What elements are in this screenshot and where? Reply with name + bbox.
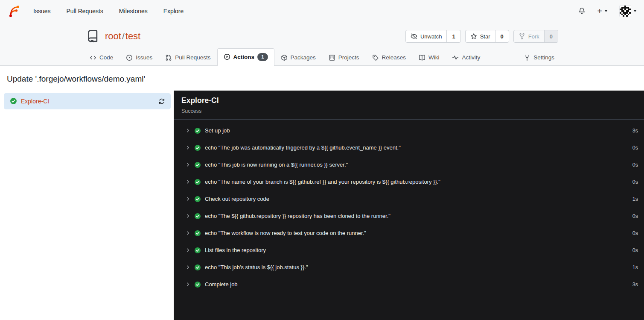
create-new-button[interactable]: +: [597, 7, 608, 15]
step-name: echo "This job's status is ${{ job.statu…: [205, 264, 308, 270]
package-icon: [281, 54, 288, 61]
job-item-explore-ci[interactable]: Explore-CI: [4, 93, 171, 109]
step-name: List files in the repository: [205, 247, 266, 253]
job-steps-list: Set up job 3s echo "The job was automati…: [174, 120, 644, 293]
job-log-header: Explore-CI Success: [174, 91, 644, 120]
job-log-panel: Explore-CI Success Set up job 3s echo "T…: [174, 91, 644, 320]
tab-releases[interactable]: Releases: [366, 50, 412, 66]
step-name: echo "This job is now running on a ${{ r…: [205, 161, 348, 168]
tab-code[interactable]: Code: [83, 50, 119, 66]
chevron-down-icon: [633, 10, 637, 12]
pulse-icon: [452, 54, 459, 61]
navbar-item-explore[interactable]: Explore: [163, 8, 184, 15]
repo-book-icon: [86, 29, 99, 43]
user-menu[interactable]: [619, 5, 637, 17]
star-count[interactable]: 0: [495, 30, 509, 42]
plus-icon: +: [597, 7, 602, 15]
success-check-icon: [194, 213, 201, 220]
tab-actions[interactable]: Actions 1: [217, 48, 274, 66]
book-icon: [419, 54, 425, 61]
step-duration: 0s: [632, 145, 638, 151]
step-name: Set up job: [205, 127, 230, 134]
step-duration: 0s: [632, 213, 638, 219]
step-name: echo "The name of your branch is ${{ git…: [205, 179, 440, 185]
tab-wiki[interactable]: Wiki: [412, 50, 446, 66]
navbar-item-pull-requests[interactable]: Pull Requests: [66, 8, 103, 15]
job-name: Explore-CI: [21, 98, 49, 105]
job-status-text: Success: [181, 108, 636, 114]
step-duration: 3s: [632, 282, 638, 288]
chevron-right-icon: [186, 214, 190, 218]
fork-count[interactable]: 0: [544, 30, 558, 42]
success-check-icon: [194, 179, 201, 185]
chevron-right-icon: [186, 145, 190, 150]
step-row[interactable]: echo "This job's status is ${{ job.statu…: [174, 259, 644, 276]
step-row[interactable]: Set up job 3s: [174, 122, 644, 139]
step-name: echo "The workflow is now ready to test …: [205, 230, 366, 236]
run-layout: Explore-CI Explore-CI Success Set up: [0, 91, 644, 320]
repo-owner-link[interactable]: root: [105, 31, 121, 41]
step-duration: 1s: [632, 264, 638, 270]
star-icon: [470, 33, 477, 40]
unwatch-button[interactable]: Unwatch: [406, 30, 447, 42]
tab-activity[interactable]: Activity: [446, 50, 487, 66]
step-row[interactable]: echo "This job is now running on a ${{ r…: [174, 156, 644, 173]
chevron-right-icon: [186, 265, 190, 270]
success-check-icon: [194, 281, 201, 288]
step-name: echo "The ${{ github.repository }} repos…: [205, 213, 390, 219]
unwatch-label: Unwatch: [420, 33, 442, 40]
repo-header: root/test Unwatch 1: [0, 22, 644, 66]
step-name: echo "The job was automatically triggere…: [205, 144, 401, 151]
tab-projects[interactable]: Projects: [322, 50, 366, 66]
eye-slash-icon: [411, 33, 417, 40]
step-row[interactable]: Check out repository code 1s: [174, 191, 644, 208]
step-row[interactable]: echo "The workflow is now ready to test …: [174, 225, 644, 242]
watch-count[interactable]: 1: [446, 30, 460, 42]
step-name: Check out repository code: [205, 196, 269, 202]
tab-issues[interactable]: Issues: [119, 50, 159, 66]
success-check-icon: [10, 97, 17, 105]
chevron-down-icon: [604, 10, 608, 12]
repo-tabs: Code Issues Pull Requests Actions 1: [82, 48, 562, 65]
success-check-icon: [194, 230, 201, 237]
fork-button-group: Fork 0: [513, 30, 558, 43]
jobs-sidebar: Explore-CI: [0, 91, 174, 320]
chevron-right-icon: [186, 128, 190, 133]
star-button[interactable]: Star: [466, 30, 495, 42]
forgejo-logo-icon[interactable]: [8, 5, 20, 18]
chevron-right-icon: [186, 162, 190, 167]
navbar-links: Issues Pull Requests Milestones Explore: [33, 8, 184, 15]
navbar-right: +: [578, 5, 637, 17]
forgejo-actions-page: Issues Pull Requests Milestones Explore …: [0, 0, 644, 320]
step-row[interactable]: List files in the repository 0s: [174, 242, 644, 259]
star-label: Star: [480, 33, 490, 40]
step-duration: 0s: [632, 162, 638, 168]
notifications-bell-icon[interactable]: [578, 7, 586, 15]
star-button-group: Star 0: [465, 30, 509, 43]
step-row[interactable]: echo "The name of your branch is ${{ git…: [174, 173, 644, 191]
chevron-right-icon: [186, 231, 190, 235]
step-row[interactable]: echo "The ${{ github.repository }} repos…: [174, 208, 644, 225]
navbar-item-issues[interactable]: Issues: [33, 8, 50, 15]
success-check-icon: [194, 127, 201, 134]
success-check-icon: [194, 247, 201, 254]
repo-title: root/test: [86, 29, 140, 43]
play-circle-icon: [224, 53, 230, 60]
fork-icon: [519, 33, 525, 40]
step-row[interactable]: Complete job 3s: [174, 276, 644, 293]
issue-icon: [126, 54, 133, 61]
actions-count-badge: 1: [257, 53, 268, 61]
repo-name-link[interactable]: test: [125, 31, 140, 41]
success-check-icon: [194, 161, 201, 168]
tab-pull-requests[interactable]: Pull Requests: [159, 50, 217, 66]
tab-packages[interactable]: Packages: [274, 50, 322, 66]
tab-settings[interactable]: Settings: [517, 50, 561, 66]
step-row[interactable]: echo "The job was automatically triggere…: [174, 139, 644, 156]
refresh-icon[interactable]: [158, 98, 165, 105]
navbar-item-milestones[interactable]: Milestones: [119, 8, 148, 15]
success-check-icon: [194, 144, 201, 151]
user-avatar: [619, 5, 631, 17]
chevron-right-icon: [186, 282, 190, 287]
fork-label: Fork: [528, 33, 539, 40]
tag-icon: [372, 54, 379, 61]
